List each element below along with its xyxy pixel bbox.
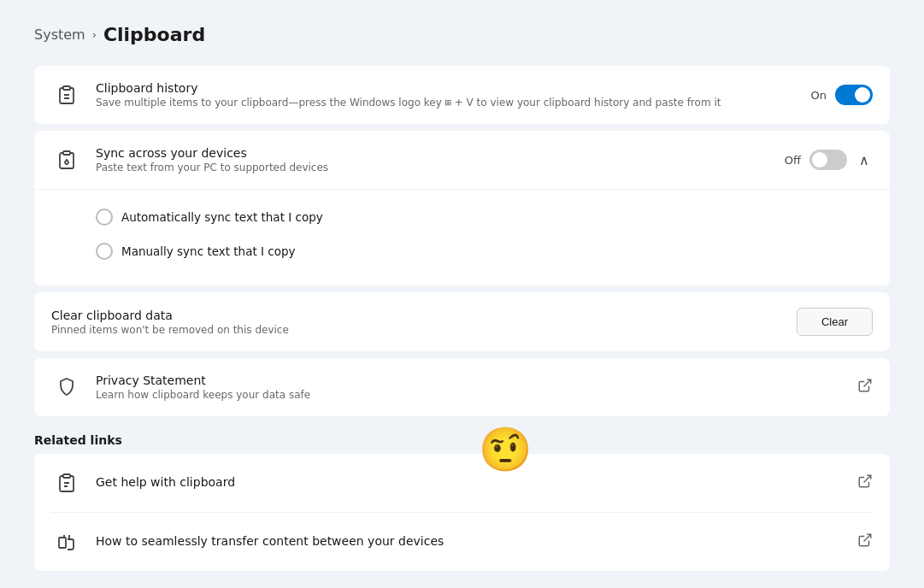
clipboard-history-status: On xyxy=(811,89,827,102)
toggle-knob-sync xyxy=(812,152,827,168)
sync-devices-card: Sync across your devices Paste text from… xyxy=(34,131,890,285)
svg-rect-3 xyxy=(63,151,70,155)
related-links-section: 🤨 Related links Get help with clipboard xyxy=(34,433,890,571)
clear-clipboard-desc: Pinned items won't be removed on this de… xyxy=(51,324,783,336)
clipboard-history-card: Clipboard history Save multiple items to… xyxy=(34,66,890,124)
transfer-content-label: How to seamlessly transfer content betwe… xyxy=(96,534,844,548)
sync-devices-text: Sync across your devices Paste text from… xyxy=(96,146,771,173)
svg-line-14 xyxy=(864,534,871,541)
privacy-statement-text: Privacy Statement Learn how clipboard ke… xyxy=(96,373,844,401)
svg-point-4 xyxy=(65,161,68,164)
breadcrumb: System › Clipboard xyxy=(34,24,890,45)
related-links-card: Get help with clipboard xyxy=(34,454,890,571)
get-help-row[interactable]: Get help with clipboard xyxy=(34,454,890,512)
toggle-knob xyxy=(855,87,870,103)
privacy-shield-icon xyxy=(51,372,82,403)
sync-devices-icon xyxy=(51,144,82,175)
sync-devices-expand-button[interactable]: ∧ xyxy=(856,149,873,172)
auto-sync-radio[interactable] xyxy=(96,209,113,226)
svg-rect-11 xyxy=(59,538,66,548)
manual-sync-label: Manually sync text that I copy xyxy=(121,244,296,258)
clear-clipboard-text: Clear clipboard data Pinned items won't … xyxy=(51,309,783,336)
clipboard-history-icon xyxy=(51,79,82,110)
clipboard-history-row: Clipboard history Save multiple items to… xyxy=(34,66,890,124)
transfer-content-icon xyxy=(51,526,82,557)
sync-devices-label: Sync across your devices xyxy=(96,146,771,160)
breadcrumb-chevron-icon: › xyxy=(92,28,97,41)
auto-sync-label: Automatically sync text that I copy xyxy=(121,210,323,224)
get-help-external-icon xyxy=(857,473,873,492)
page-title: Clipboard xyxy=(103,24,205,45)
manual-sync-radio[interactable] xyxy=(96,243,113,260)
privacy-statement-card: Privacy Statement Learn how clipboard ke… xyxy=(34,358,890,416)
privacy-external-icon xyxy=(857,378,873,397)
transfer-content-row[interactable]: How to seamlessly transfer content betwe… xyxy=(34,513,890,571)
get-help-label: Get help with clipboard xyxy=(96,475,844,489)
sync-devices-desc: Paste text from your PC to supported dev… xyxy=(96,162,771,173)
clipboard-history-control: On xyxy=(811,85,873,105)
privacy-statement-label: Privacy Statement xyxy=(96,373,844,387)
get-help-icon xyxy=(51,467,82,498)
clipboard-history-desc: Save multiple items to your clipboard—pr… xyxy=(96,97,797,109)
clear-clipboard-button[interactable]: Clear xyxy=(797,308,873,336)
clear-clipboard-label: Clear clipboard data xyxy=(51,309,783,322)
clipboard-history-label: Clipboard history xyxy=(96,81,797,95)
sync-devices-options: Automatically sync text that I copy Manu… xyxy=(34,189,890,285)
clipboard-history-toggle[interactable] xyxy=(835,85,873,105)
clear-clipboard-card: Clear clipboard data Pinned items won't … xyxy=(34,292,890,351)
transfer-content-external-icon xyxy=(857,532,873,551)
transfer-content-text: How to seamlessly transfer content betwe… xyxy=(96,534,844,550)
clipboard-history-text: Clipboard history Save multiple items to… xyxy=(96,81,797,109)
auto-sync-option[interactable]: Automatically sync text that I copy xyxy=(96,200,873,234)
manual-sync-option[interactable]: Manually sync text that I copy xyxy=(96,234,873,268)
sync-devices-control: Off ∧ xyxy=(785,149,873,172)
privacy-statement-row[interactable]: Privacy Statement Learn how clipboard ke… xyxy=(34,358,890,416)
privacy-statement-desc: Learn how clipboard keeps your data safe xyxy=(96,389,844,401)
svg-rect-0 xyxy=(63,86,70,90)
sync-devices-row: Sync across your devices Paste text from… xyxy=(34,131,890,189)
breadcrumb-system[interactable]: System xyxy=(34,26,85,43)
svg-line-6 xyxy=(864,379,871,386)
sync-devices-toggle[interactable] xyxy=(809,150,847,170)
get-help-text: Get help with clipboard xyxy=(96,475,844,491)
svg-rect-7 xyxy=(63,474,70,478)
svg-line-10 xyxy=(864,475,871,482)
related-links-title: Related links xyxy=(34,433,890,447)
sync-devices-status: Off xyxy=(785,154,801,167)
clear-clipboard-row: Clear clipboard data Pinned items won't … xyxy=(34,292,890,351)
